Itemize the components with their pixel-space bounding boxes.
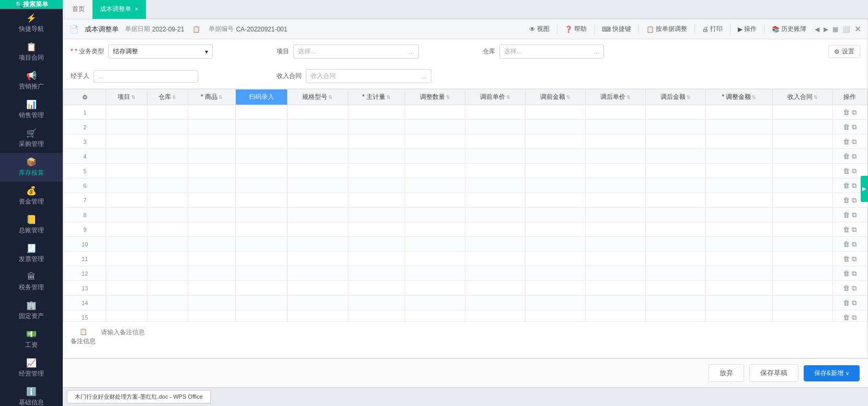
delete-btn-6[interactable]: 🗑 (843, 182, 850, 190)
sidebar-item-inventory-calc[interactable]: 📦 库存核算 (0, 153, 63, 182)
sort-icon-adjust_amount[interactable]: ⇅ (752, 95, 756, 100)
sort-icon-income_contract[interactable]: ⇅ (814, 95, 818, 100)
col-header-settings[interactable]: ⚙ (64, 89, 106, 105)
cell-row9-product (188, 222, 235, 237)
delete-btn-13[interactable]: 🗑 (843, 284, 850, 292)
notes-input[interactable] (101, 326, 860, 343)
copy-btn-15[interactable]: ⧉ (852, 313, 856, 322)
toolbar-btn-view[interactable]: 👁 视图 (525, 23, 554, 35)
copy-btn-6[interactable]: ⧉ (852, 182, 856, 190)
discard-button[interactable]: 放弃 (709, 364, 744, 382)
sidebar-item-basic-info[interactable]: ℹ️ 基础信息 (0, 382, 63, 406)
cell-row10-settings: 10 (64, 237, 106, 252)
delete-btn-2[interactable]: 🗑 (843, 123, 850, 131)
copy-btn-4[interactable]: ⧉ (852, 152, 856, 161)
sidebar-item-tax-mgmt[interactable]: 🏛 税务管理 (0, 268, 63, 296)
sidebar-search[interactable]: 🔍 搜索菜单 (0, 0, 63, 9)
delete-btn-8[interactable]: 🗑 (843, 211, 850, 219)
sort-icon-project[interactable]: ⇅ (131, 95, 135, 100)
expand-btn[interactable]: ⬜ (842, 26, 850, 33)
sort-icon-spec[interactable]: ⇅ (328, 95, 333, 100)
sidebar-item-fixed-assets[interactable]: 🏢 固定资产 (0, 296, 63, 325)
handler-select[interactable]: ... (94, 70, 198, 83)
delete-btn-5[interactable]: 🗑 (843, 167, 850, 175)
business-type-select[interactable]: 结存调整 ▾ (108, 44, 213, 59)
copy-btn-12[interactable]: ⧉ (852, 269, 856, 278)
copy-btn-5[interactable]: ⧉ (852, 167, 856, 175)
cell-row11-after_amount (646, 252, 706, 266)
delete-btn-9[interactable]: 🗑 (843, 225, 850, 234)
project-select[interactable]: 选择... ... (293, 44, 419, 59)
sidebar-item-finance-mgmt[interactable]: 💰 资金管理 (0, 182, 63, 210)
taskbar-item[interactable]: 木门行业好业财处理方案-墨红红.doc - WPS Office (67, 390, 211, 403)
ops-mgmt-icon: 📈 (26, 358, 37, 368)
save-draft-button[interactable]: 保存草稿 (749, 364, 798, 382)
sort-icon-warehouse[interactable]: ⇅ (172, 95, 176, 100)
sidebar-item-sales-mgmt[interactable]: 📊 销售管理 (0, 95, 63, 124)
copy-btn-7[interactable]: ⧉ (852, 196, 856, 205)
sidebar-item-invoice-mgmt[interactable]: 🧾 发票管理 (0, 239, 63, 268)
delete-btn-4[interactable]: 🗑 (843, 152, 850, 161)
cell-row9-before_unit_price (465, 222, 525, 237)
delete-btn-1[interactable]: 🗑 (843, 108, 850, 117)
delete-btn-7[interactable]: 🗑 (843, 196, 850, 205)
sort-icon-after_amount[interactable]: ⇅ (687, 95, 691, 100)
copy-btn-2[interactable]: ⧉ (852, 123, 856, 131)
cell-row14-before_unit_price (465, 296, 525, 310)
toolbar-btn-print[interactable]: 🖨 打印 (698, 23, 727, 35)
grid-view-btn[interactable]: ▦ (832, 26, 838, 33)
cell-row8-unit (348, 208, 405, 222)
sidebar-item-sales-promotion[interactable]: 📢 营销推广 (0, 66, 63, 95)
copy-btn-1[interactable]: ⧉ (852, 108, 856, 117)
copy-btn-10[interactable]: ⧉ (852, 240, 856, 249)
cell-row15-action: 🗑 ⧉ (832, 310, 867, 322)
right-collapse-btn[interactable]: ▶ (861, 176, 868, 202)
delete-btn-14[interactable]: 🗑 (843, 299, 850, 307)
delete-btn-3[interactable]: 🗑 (843, 138, 850, 146)
delete-btn-10[interactable]: 🗑 (843, 240, 850, 249)
toolbar-btn-operation[interactable]: ▶ 操作 (734, 23, 761, 35)
delete-btn-11[interactable]: 🗑 (843, 255, 850, 263)
toolbar-btn-shortcut[interactable]: ⌨ 快捷键 (598, 23, 635, 35)
sidebar-item-ledger-mgmt[interactable]: 📒 总账管理 (0, 210, 63, 239)
sidebar-item-ops-mgmt[interactable]: 📈 经营管理 (0, 354, 63, 382)
tab-home[interactable]: 首页 (65, 0, 93, 19)
copy-btn-3[interactable]: ⧉ (852, 138, 856, 146)
warehouse-select[interactable]: 选择... ... (499, 44, 604, 59)
copy-btn-9[interactable]: ⧉ (852, 225, 856, 234)
col-header-scan[interactable]: 扫码录入 (235, 89, 288, 105)
sidebar-item-purchase-mgmt[interactable]: 🛒 采购管理 (0, 124, 63, 153)
cell-row9-adjust_amount (706, 222, 772, 237)
sort-icon-before_amount[interactable]: ⇅ (566, 95, 570, 100)
toolbar-btn-help[interactable]: ❓ 帮助 (561, 23, 591, 35)
sort-icon-after_unit_price[interactable]: ⇅ (626, 95, 631, 100)
action-cell-12: 🗑 ⧉ (837, 269, 863, 278)
col-label-after_amount: 调后金额 (660, 93, 686, 100)
copy-btn-13[interactable]: ⧉ (852, 284, 856, 292)
copy-btn-14[interactable]: ⧉ (852, 299, 856, 307)
cell-row13-after_unit_price (585, 281, 645, 296)
settings-btn[interactable]: ⚙ 设置 (828, 45, 860, 58)
sidebar-item-project-contract[interactable]: 📋 项目合同 (0, 38, 63, 66)
nav-prev-btn[interactable]: ◀ (815, 26, 819, 33)
toolbar-btn-history[interactable]: 📚 历史账簿 (768, 23, 810, 35)
sidebar-item-quick-nav[interactable]: ⚡ 快捷导航 (0, 9, 63, 38)
sidebar-item-salary[interactable]: 💵 工资 (0, 325, 63, 354)
tab-close-cost-adjust[interactable]: ✕ (134, 6, 139, 12)
sort-icon-unit[interactable]: ⇅ (386, 95, 391, 100)
save-new-button[interactable]: 保存&新增 ∨ (804, 365, 860, 381)
cell-row6-adjust_qty (405, 178, 465, 193)
income-contract-input[interactable]: 收入合同 ... (306, 69, 431, 83)
copy-btn-8[interactable]: ⧉ (852, 211, 856, 219)
sort-icon-product[interactable]: ⇅ (219, 95, 223, 100)
delete-btn-12[interactable]: 🗑 (843, 269, 850, 278)
delete-btn-15[interactable]: 🗑 (843, 313, 850, 322)
project-contract-label: 项目合同 (19, 53, 44, 62)
tab-cost-adjust[interactable]: 成本调整单✕ (93, 0, 146, 19)
sort-icon-adjust_qty[interactable]: ⇅ (446, 95, 450, 100)
sort-icon-before_unit_price[interactable]: ⇅ (506, 95, 510, 100)
window-close-btn[interactable]: ✕ (854, 24, 861, 34)
nav-next-btn[interactable]: ▶ (824, 26, 828, 33)
copy-btn-11[interactable]: ⧉ (852, 255, 856, 263)
toolbar-btn-batch-adjust[interactable]: 📋 按单据调整 (642, 23, 691, 35)
